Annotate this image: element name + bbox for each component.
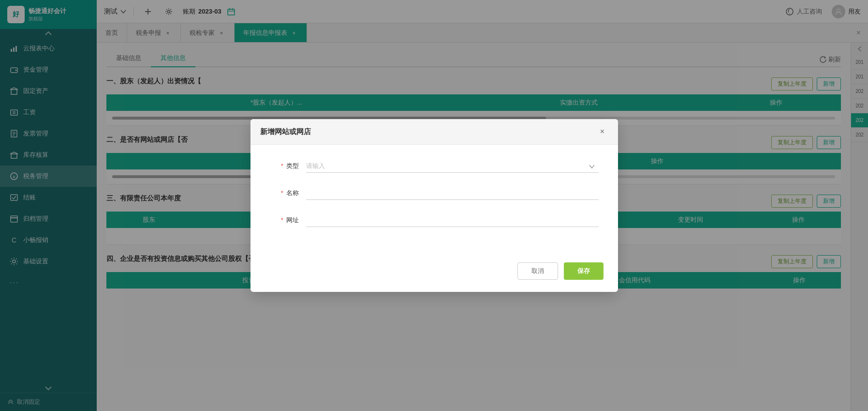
- dialog-footer: 取消 保存: [250, 255, 618, 292]
- url-label: * 网址: [270, 216, 299, 225]
- form-row-type: * 类型: [270, 159, 599, 173]
- name-label: * 名称: [270, 189, 299, 198]
- required-star-type: *: [281, 162, 283, 169]
- required-star-url: *: [281, 216, 283, 224]
- dialog-title: 新增网站或网店: [260, 127, 311, 137]
- form-row-url: * 网址: [270, 213, 599, 227]
- url-input-wrapper: [306, 213, 599, 227]
- type-label: * 类型: [270, 162, 299, 170]
- save-button[interactable]: 保存: [564, 262, 603, 280]
- dialog-header: 新增网站或网店 ×: [250, 119, 618, 145]
- required-star-name: *: [281, 189, 283, 197]
- url-input[interactable]: [306, 213, 599, 227]
- add-website-dialog: 新增网站或网店 × * 类型 * 名: [250, 119, 618, 292]
- dialog-body: * 类型 * 名称: [250, 145, 618, 255]
- name-input-wrapper: [306, 186, 599, 200]
- dialog-overlay: 新增网站或网店 × * 类型 * 名: [0, 0, 868, 411]
- type-input-wrapper: [306, 159, 599, 173]
- name-input[interactable]: [306, 186, 599, 200]
- dialog-close-btn[interactable]: ×: [597, 126, 608, 137]
- type-input[interactable]: [306, 159, 599, 173]
- form-row-name: * 名称: [270, 186, 599, 200]
- cancel-button[interactable]: 取消: [517, 262, 558, 280]
